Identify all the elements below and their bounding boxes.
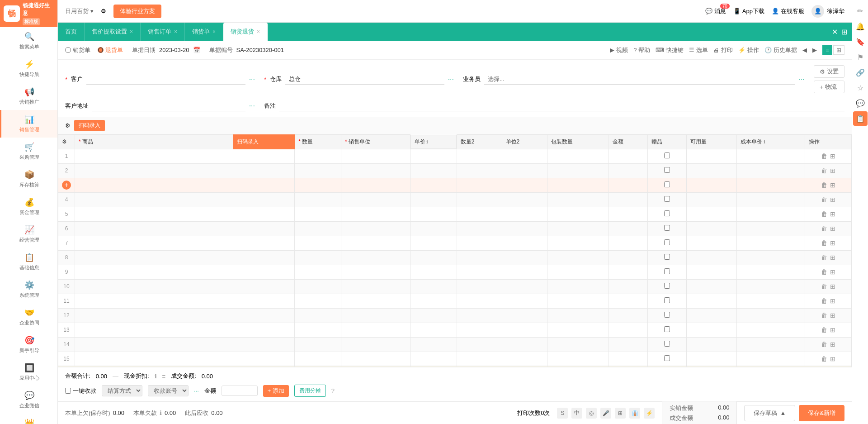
qty2-cell[interactable] — [457, 265, 502, 279]
right-icon-bell[interactable]: 🔔 — [853, 19, 868, 33]
gift-cell[interactable] — [647, 192, 686, 207]
pack-qty-cell[interactable] — [547, 337, 609, 352]
unit-price-cell[interactable] — [410, 352, 457, 366]
delete-icon[interactable]: 🗑 — [821, 152, 827, 160]
amount-cell[interactable] — [609, 236, 647, 250]
right-icon-edit[interactable]: ✏ — [853, 4, 868, 18]
unit-price-cell[interactable] — [410, 337, 457, 352]
available-cell[interactable] — [686, 337, 736, 352]
pack-qty-cell[interactable] — [547, 178, 609, 192]
save-new-button[interactable]: 保存&新增 — [799, 405, 844, 421]
prev-record-icon[interactable]: ◀ — [802, 47, 807, 53]
product-cell[interactable] — [75, 192, 233, 207]
cost-price-cell[interactable] — [736, 207, 805, 221]
gift-checkbox[interactable] — [664, 181, 670, 187]
tab-order-close[interactable]: × — [174, 29, 177, 35]
product-cell[interactable] — [75, 352, 233, 366]
amount-cell[interactable] — [609, 352, 647, 366]
qty2-cell[interactable] — [457, 250, 502, 265]
gift-cell[interactable] — [647, 236, 686, 250]
right-icon-action[interactable]: 📋 — [853, 111, 868, 126]
sales-unit-cell[interactable] — [341, 323, 410, 337]
amount-cell[interactable] — [609, 294, 647, 308]
tab-sales-delivery[interactable]: 销货单 × — [185, 23, 223, 41]
cost-price-cell[interactable] — [736, 178, 805, 192]
copy-icon[interactable]: ⊞ — [830, 341, 835, 348]
unit-price-cell[interactable] — [410, 279, 457, 294]
qty-cell[interactable] — [295, 294, 341, 308]
product-cell[interactable] — [75, 337, 233, 352]
cost-price-cell[interactable] — [736, 308, 805, 323]
address-select-icon[interactable]: ··· — [249, 102, 255, 110]
product-cell[interactable] — [75, 250, 233, 265]
gift-cell[interactable] — [647, 294, 686, 308]
unit2-cell[interactable] — [502, 236, 547, 250]
delete-icon[interactable]: 🗑 — [821, 225, 827, 232]
sales-unit-cell[interactable] — [341, 221, 410, 236]
gift-cell[interactable] — [647, 352, 686, 366]
customer-select-icon[interactable]: ··· — [249, 75, 255, 83]
pack-qty-cell[interactable] — [547, 294, 609, 308]
unit-price-cell[interactable] — [410, 192, 457, 207]
unit2-cell[interactable] — [502, 192, 547, 207]
select-action[interactable]: ☰ 选单 — [689, 46, 708, 54]
unit2-cell[interactable] — [502, 323, 547, 337]
amount-cell[interactable] — [609, 207, 647, 221]
sales-unit-cell[interactable] — [341, 149, 410, 163]
cost-price-cell[interactable] — [736, 323, 805, 337]
account-dots[interactable]: ··· — [194, 387, 199, 394]
gift-checkbox[interactable] — [664, 341, 670, 347]
available-cell[interactable] — [686, 250, 736, 265]
sales-unit-cell[interactable] — [341, 352, 410, 366]
qty2-cell[interactable] — [457, 192, 502, 207]
cost-price-cell[interactable] — [736, 221, 805, 236]
one-click-input[interactable] — [65, 388, 71, 394]
amount-cell[interactable] — [609, 250, 647, 265]
settings-gear[interactable]: ⚙ — [101, 8, 106, 14]
salesperson-select-icon[interactable]: ··· — [799, 75, 805, 83]
available-cell[interactable] — [686, 207, 736, 221]
amount-cell[interactable] — [609, 323, 647, 337]
copy-icon[interactable]: ⊞ — [830, 152, 835, 160]
delete-icon[interactable]: 🗑 — [821, 181, 827, 189]
unit-price-cell[interactable] — [410, 178, 457, 192]
account-select[interactable]: 收款账号 — [148, 385, 189, 396]
qty2-cell[interactable] — [457, 163, 502, 178]
available-cell[interactable] — [686, 352, 736, 366]
qty2-cell[interactable] — [457, 207, 502, 221]
qty-cell[interactable] — [295, 178, 341, 192]
delete-icon[interactable]: 🗑 — [821, 312, 827, 319]
cost-price-cell[interactable] — [736, 163, 805, 178]
video-action[interactable]: ▶ 视频 — [610, 46, 628, 54]
sale-radio-input[interactable] — [65, 47, 71, 53]
product-cell[interactable] — [75, 163, 233, 178]
cost-price-cell[interactable] — [736, 192, 805, 207]
sidebar-item-quicknav[interactable]: ⚡ 快捷导航 — [0, 55, 57, 82]
help-action[interactable]: ? 帮助 — [633, 46, 650, 54]
one-click-checkbox[interactable]: 一键收款 — [65, 387, 96, 395]
unit2-cell[interactable] — [502, 337, 547, 352]
gift-checkbox[interactable] — [664, 210, 670, 216]
unit2-cell[interactable] — [502, 207, 547, 221]
fee-split-button[interactable]: 费用分摊 — [294, 385, 326, 397]
sales-unit-cell[interactable] — [341, 250, 410, 265]
delete-icon[interactable]: 🗑 — [821, 341, 827, 348]
qty2-cell[interactable] — [457, 221, 502, 236]
discount-info-icon[interactable]: ℹ — [155, 373, 157, 380]
unit-price-cell[interactable] — [410, 207, 457, 221]
warehouse-select-icon[interactable]: ··· — [448, 75, 454, 83]
unit-price-cell[interactable] — [410, 323, 457, 337]
pack-qty-cell[interactable] — [547, 192, 609, 207]
return-radio-input[interactable] — [98, 47, 104, 53]
calendar-icon[interactable]: 📅 — [193, 47, 200, 53]
product-cell[interactable] — [75, 294, 233, 308]
scan-button[interactable]: 扫码录入 — [74, 120, 105, 131]
sidebar-item-newguide[interactable]: 🎯 新手引导 — [0, 331, 57, 358]
address-input[interactable] — [92, 100, 245, 111]
available-cell[interactable] — [686, 149, 736, 163]
experience-button[interactable]: 体验行业方案 — [113, 5, 161, 18]
amount-cell[interactable] — [609, 192, 647, 207]
cost-price-cell[interactable] — [736, 279, 805, 294]
col-scan[interactable]: 扫码录入 — [233, 135, 294, 149]
copy-icon[interactable]: ⊞ — [830, 355, 835, 362]
